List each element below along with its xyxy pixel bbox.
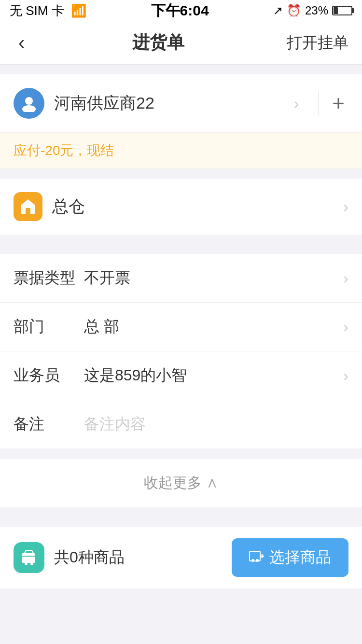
remark-row[interactable]: 备注 备注内容	[0, 400, 362, 448]
cart-icon	[20, 548, 38, 567]
warehouse-icon	[20, 198, 36, 215]
collapse-label: 收起更多 ∧	[144, 473, 218, 493]
select-product-button[interactable]: 选择商品	[232, 538, 348, 577]
svg-point-6	[25, 562, 28, 565]
department-key: 部门	[14, 316, 76, 337]
battery-percent: 23%	[305, 4, 328, 17]
warehouse-row[interactable]: 总仓 ›	[0, 179, 362, 235]
svg-marker-3	[21, 199, 35, 205]
form-section: 票据类型 不开票 › 部门 总 部 › 业务员 这是859的小智 › 备注 备注…	[0, 254, 362, 448]
supplier-row[interactable]: 河南供应商22 › +	[0, 74, 362, 133]
svg-rect-8	[250, 551, 260, 561]
warehouse-icon-bg	[14, 192, 42, 221]
location-icon: ↗	[273, 4, 283, 17]
select-product-icon	[249, 549, 265, 566]
balance-notice: 应付-20元，现结	[0, 133, 362, 169]
product-count-label: 共0种商品	[54, 547, 232, 568]
warehouse-card: 总仓 ›	[0, 179, 362, 235]
back-button[interactable]: ‹	[14, 27, 29, 58]
remark-input[interactable]: 备注内容	[84, 414, 348, 435]
supplier-name: 河南供应商22	[54, 92, 294, 114]
status-time: 下午6:04	[151, 1, 209, 21]
nav-bar: ‹ 进货单 打开挂单	[0, 21, 362, 65]
supplier-chevron-icon: ›	[294, 95, 299, 112]
supplier-avatar	[14, 88, 44, 119]
svg-point-7	[30, 562, 33, 565]
bill-type-row[interactable]: 票据类型 不开票 ›	[0, 254, 362, 303]
user-icon	[20, 95, 38, 112]
status-left: 无 SIM 卡 📶	[10, 2, 86, 19]
svg-point-12	[256, 559, 259, 562]
svg-point-1	[22, 105, 36, 112]
svg-point-11	[251, 559, 254, 562]
svg-point-0	[25, 97, 33, 105]
status-bar: 无 SIM 卡 📶 下午6:04 ↗ ⏰ 23%	[0, 0, 362, 21]
warehouse-label: 总仓	[52, 196, 343, 218]
add-supplier-button[interactable]: +	[328, 91, 348, 115]
battery-icon	[332, 6, 352, 15]
product-icon-bg	[14, 542, 44, 573]
bill-type-key: 票据类型	[14, 267, 76, 289]
page-title: 进货单	[132, 31, 184, 55]
collapse-button[interactable]: 收起更多 ∧	[0, 458, 362, 507]
open-pending-button[interactable]: 打开挂单	[287, 32, 348, 54]
salesperson-value: 这是859的小智	[84, 365, 338, 386]
salesperson-row[interactable]: 业务员 这是859的小智 ›	[0, 351, 362, 400]
warehouse-chevron-icon: ›	[343, 198, 348, 216]
bill-type-value: 不开票	[84, 267, 338, 289]
select-product-label: 选择商品	[269, 547, 331, 568]
supplier-card: 河南供应商22 › + 应付-20元，现结	[0, 74, 362, 169]
salesperson-key: 业务员	[14, 365, 76, 386]
salesperson-chevron-icon: ›	[343, 367, 348, 385]
vertical-divider	[318, 91, 319, 115]
alarm-icon: ⏰	[287, 4, 301, 17]
department-value: 总 部	[84, 316, 338, 337]
department-chevron-icon: ›	[343, 318, 348, 336]
bill-type-chevron-icon: ›	[343, 269, 348, 287]
status-right: ↗ ⏰ 23%	[273, 4, 352, 17]
bottom-section: 共0种商品 选择商品	[0, 527, 362, 588]
svg-rect-5	[22, 553, 35, 563]
department-row[interactable]: 部门 总 部 ›	[0, 303, 362, 351]
svg-rect-4	[26, 208, 30, 214]
remark-key: 备注	[14, 414, 76, 435]
